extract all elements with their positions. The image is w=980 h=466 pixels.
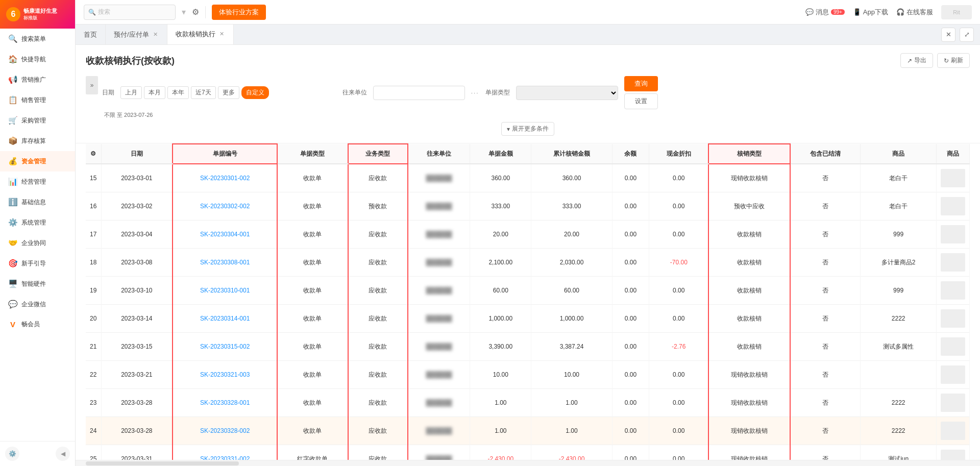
partner-value: ██████ xyxy=(426,399,452,406)
sidebar-item-marketing[interactable]: 📢 营销推广 xyxy=(0,69,75,90)
operation-icon: 📊 xyxy=(8,177,17,186)
filter-row-2: 不限 至 2023-07-26 xyxy=(102,111,658,119)
refresh-button[interactable]: ↻ 刷新 xyxy=(937,53,970,68)
sidebar-item-hardware[interactable]: 🖥️ 智能硬件 xyxy=(0,274,75,294)
doc-no-link[interactable]: SK-20230302-002 xyxy=(200,203,250,210)
td-write-off: 360.00 xyxy=(531,164,612,192)
online-support-btn[interactable]: 🎧 在线客服 xyxy=(896,8,933,17)
solution-button[interactable]: 体验行业方案 xyxy=(212,5,266,20)
doc-no-link[interactable]: SK-20230310-001 xyxy=(200,287,250,294)
sidebar-item-sales[interactable]: 📋 销售管理 xyxy=(0,90,75,110)
sidebar-item-label: 经营管理 xyxy=(21,178,46,186)
sidebar-item-basic[interactable]: ℹ️ 基础信息 xyxy=(0,192,75,212)
td-included: 否 xyxy=(790,417,861,445)
sidebar-item-system[interactable]: ⚙️ 系统管理 xyxy=(0,212,75,233)
close-tab-btn[interactable]: ✕ xyxy=(941,28,955,42)
wechat-icon: 💬 xyxy=(8,300,17,309)
partner-filter-input[interactable] xyxy=(373,86,465,100)
maximize-tab-btn[interactable]: ⤢ xyxy=(960,28,974,42)
td-product1: 测试jun xyxy=(861,445,937,460)
sidebar-item-corp[interactable]: 🤝 企业协同 xyxy=(0,233,75,253)
doc-no-link[interactable]: SK-20230314-001 xyxy=(200,315,250,322)
td-date: 2023-03-08 xyxy=(101,249,173,277)
partner-value: ██████ xyxy=(426,315,452,322)
sidebar-item-inventory[interactable]: 📦 库存核算 xyxy=(0,131,75,151)
td-product2 xyxy=(937,305,970,333)
sidebar-item-guide[interactable]: 🎯 新手引导 xyxy=(0,253,75,274)
date-btn-this-month[interactable]: 本月 xyxy=(144,86,165,99)
sidebar: 6 畅康道好生意 标推版 🔍 搜索菜单 🏠 快捷导航 📢 营销推广 📋 销售管理… xyxy=(0,0,76,466)
doc-no-link[interactable]: SK-20230315-002 xyxy=(200,343,250,350)
sidebar-item-search[interactable]: 🔍 搜索菜单 xyxy=(0,29,75,49)
doc-no-link[interactable]: SK-20230328-001 xyxy=(200,399,250,406)
collapse-sidebar-btn[interactable]: ◀ xyxy=(56,447,70,461)
doc-no-link[interactable]: SK-20230321-003 xyxy=(200,371,250,378)
td-no: 17 xyxy=(86,220,101,249)
td-write-off: 20.00 xyxy=(531,220,612,249)
td-amount: 10.00 xyxy=(470,361,531,389)
doc-type-filter-select[interactable] xyxy=(516,86,618,100)
query-button[interactable]: 查询 xyxy=(624,76,658,91)
app-download-btn[interactable]: 📱 App下载 xyxy=(853,8,888,17)
th-cash-discount: 现金折扣 xyxy=(649,144,708,164)
th-settings[interactable]: ⚙ xyxy=(86,144,101,164)
sidebar-item-operation[interactable]: 📊 经营管理 xyxy=(0,171,75,192)
td-partner: ██████ xyxy=(408,389,470,417)
tab-home[interactable]: 首页 xyxy=(76,24,106,45)
purchase-icon: 🛒 xyxy=(8,116,17,125)
sidebar-item-wechat[interactable]: 💬 企业微信 xyxy=(0,294,75,314)
hardware-icon: 🖥️ xyxy=(8,279,17,288)
date-btn-more[interactable]: 更多 xyxy=(218,86,239,99)
tab-prepay[interactable]: 预付/应付单 ✕ xyxy=(106,24,167,45)
date-btn-last-month[interactable]: 上月 xyxy=(120,86,142,99)
td-product2 xyxy=(937,277,970,305)
th-amount: 单据金额 xyxy=(470,144,531,164)
td-write-off-type: 现销收款核销 xyxy=(708,164,790,192)
refresh-icon: ↻ xyxy=(944,57,949,64)
date-btn-this-year[interactable]: 本年 xyxy=(167,86,189,99)
tab-prepay-close-icon[interactable]: ✕ xyxy=(152,30,159,39)
date-range-display: 不限 至 2023-07-26 xyxy=(104,111,153,119)
td-included: 否 xyxy=(790,164,861,192)
date-btn-custom[interactable]: 自定义 xyxy=(241,86,269,99)
tab-write-off-close-icon[interactable]: ✕ xyxy=(218,30,225,38)
table-row: 23 2023-03-28 SK-20230328-001 收款单 应收款 ██… xyxy=(86,389,970,417)
horizontal-scrollbar[interactable] xyxy=(76,460,980,466)
td-cash-discount: 0.00 xyxy=(649,417,708,445)
topbar-search[interactable]: 🔍 搜索 xyxy=(84,5,176,20)
sidebar-item-finance[interactable]: 💰 资金管理 xyxy=(0,151,75,171)
filter-settings-button[interactable]: 设置 xyxy=(624,93,658,109)
partner-value: ██████ xyxy=(426,231,452,238)
td-product1: 老白干 xyxy=(861,192,937,220)
filter-collapse-btn[interactable]: » xyxy=(86,76,98,94)
doc-no-link[interactable]: SK-20230331-002 xyxy=(200,455,250,460)
settings-footer-btn[interactable]: ⚙️ xyxy=(5,447,19,461)
user-avatar[interactable]: Rit xyxy=(941,5,972,19)
sidebar-item-purchase[interactable]: 🛒 采购管理 xyxy=(0,110,75,131)
td-product1: 多计量商品2 xyxy=(861,249,937,277)
gear-icon[interactable]: ⚙ xyxy=(192,7,199,17)
th-balance: 余额 xyxy=(612,144,649,164)
doc-no-link[interactable]: SK-20230328-002 xyxy=(200,427,250,434)
doc-no-link[interactable]: SK-20230304-001 xyxy=(200,231,250,238)
app-name: 畅康道好生意 xyxy=(23,7,57,15)
sidebar-item-member[interactable]: V 畅会员 xyxy=(0,314,75,334)
dropdown-arrow-icon[interactable]: ▾ xyxy=(182,7,186,17)
message-btn[interactable]: 💬 消息 99+ xyxy=(805,8,845,17)
td-partner: ██████ xyxy=(408,192,470,220)
export-button[interactable]: ↗ 导出 xyxy=(900,53,933,68)
td-balance: 0.00 xyxy=(612,333,649,361)
sidebar-item-quick-nav[interactable]: 🏠 快捷导航 xyxy=(0,49,75,69)
expand-conditions-btn[interactable]: ▾ 展开更多条件 xyxy=(501,122,554,136)
doc-no-link[interactable]: SK-20230301-002 xyxy=(200,175,250,182)
guide-icon: 🎯 xyxy=(8,259,17,268)
td-write-off: 2,030.00 xyxy=(531,249,612,277)
td-partner: ██████ xyxy=(408,333,470,361)
tab-write-off[interactable]: 收款核销执行 ✕ xyxy=(167,24,234,45)
search-menu-icon: 🔍 xyxy=(8,34,17,43)
doc-no-link[interactable]: SK-20230308-001 xyxy=(200,259,250,266)
date-btn-7days[interactable]: 近7天 xyxy=(191,86,216,99)
td-biz-type: 应收款 xyxy=(348,445,408,460)
sidebar-item-label: 智能硬件 xyxy=(21,280,46,288)
td-no: 22 xyxy=(86,361,101,389)
